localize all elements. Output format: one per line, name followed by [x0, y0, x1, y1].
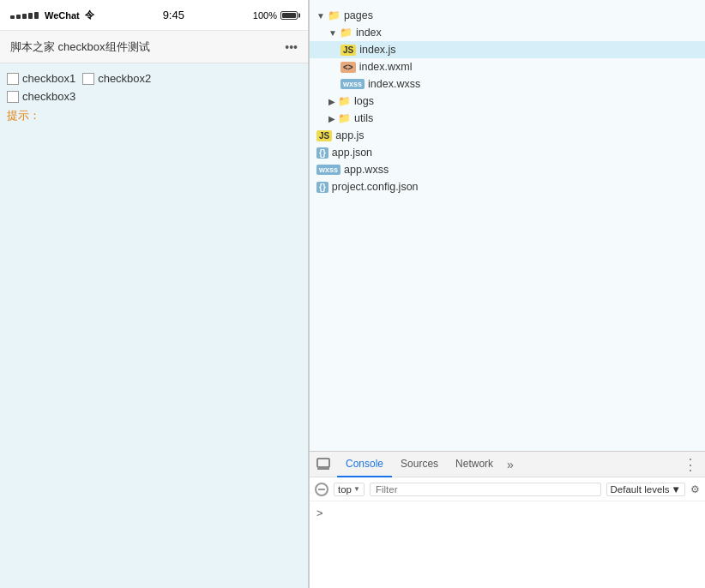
console-prompt: > [316, 507, 323, 519]
filter-input[interactable] [376, 484, 595, 495]
levels-selector[interactable]: Default levels ▼ [606, 483, 685, 496]
chevron-index: ▼ [328, 28, 337, 38]
tree-item-index-wxml[interactable]: <> index.wxml [310, 58, 705, 75]
folder-icon-index: 📁 [340, 27, 352, 39]
signal-dot-2 [16, 15, 21, 19]
no-entry-line [318, 489, 325, 490]
folder-icon-logs: 📁 [338, 95, 351, 107]
chevron-logs: ▶ [328, 97, 335, 106]
tree-item-index-js[interactable]: JS index.js [310, 41, 705, 58]
tree-item-utils[interactable]: ▶ 📁 utils [310, 110, 705, 127]
checkbox-box-1[interactable] [7, 73, 19, 85]
battery-icon [280, 11, 298, 20]
status-left: WeChat 令 [10, 9, 94, 21]
badge-wxss-appwxss: wxss [316, 165, 340, 175]
phone-nav-bar: 脚本之家 checkbox组件测试 ••• [0, 31, 308, 63]
folder-icon-utils: 📁 [338, 112, 351, 124]
badge-js-indexjs: JS [340, 45, 356, 56]
context-selector[interactable]: top ▼ [334, 483, 365, 496]
checkbox-item-3: checkbox3 [7, 90, 75, 103]
signal-dot-1 [10, 15, 15, 19]
signal-dots [10, 12, 39, 19]
tree-label-app-js: app.js [335, 129, 364, 141]
console-toolbar: top ▼ Default levels ▼ ⚙ [310, 477, 705, 501]
wifi-icon: 令 [85, 9, 94, 21]
signal-dot-5 [34, 12, 39, 19]
badge-js-appjs: JS [316, 130, 332, 141]
tree-item-app-wxss[interactable]: wxss app.wxss [310, 161, 705, 178]
checkbox-label-3: checkbox3 [22, 90, 75, 103]
tree-label-utils: utils [354, 112, 373, 124]
hint-text: 提示： [7, 108, 301, 123]
console-options-btn[interactable]: ⋮ [679, 455, 702, 474]
tree-item-logs[interactable]: ▶ 📁 logs [310, 93, 705, 110]
chevron-pages: ▼ [316, 11, 325, 21]
phone-panel: WeChat 令 9:45 100% 脚本之家 checkbox组件测试 ••• [0, 0, 309, 588]
tree-item-app-js[interactable]: JS app.js [310, 127, 705, 144]
tab-console[interactable]: Console [337, 452, 392, 477]
checkbox-box-2[interactable] [82, 73, 94, 85]
tree-label-index: index [356, 27, 382, 39]
checkbox-row-1: checkbox1 checkbox2 [7, 72, 301, 85]
checkbox-row-2: checkbox3 [7, 90, 301, 103]
console-panel: Console Sources Network » ⋮ top [310, 451, 705, 588]
svg-rect-0 [317, 459, 329, 467]
nav-title: 脚本之家 checkbox组件测试 [10, 39, 150, 55]
battery-fill [282, 13, 296, 18]
console-output: > [310, 501, 705, 588]
status-time: 9:45 [163, 9, 184, 21]
checkbox-item-1: checkbox1 [7, 72, 75, 85]
inspect-icon-btn[interactable] [313, 454, 334, 475]
badge-xml-indexwxml: <> [340, 62, 356, 73]
ide-panel: ▼ 📁 pages ▼ 📁 index JS index.js <> index… [309, 0, 705, 588]
tab-sources[interactable]: Sources [392, 452, 447, 477]
context-caret: ▼ [353, 485, 360, 493]
levels-caret: ▼ [672, 484, 681, 495]
carrier-label: WeChat [45, 10, 80, 21]
chevron-utils: ▶ [328, 114, 335, 123]
nav-dots: ••• [285, 40, 298, 54]
checkbox-item-2: checkbox2 [82, 72, 151, 85]
checkbox-box-3[interactable] [7, 91, 19, 103]
tree-label-app-json: app.json [332, 147, 372, 159]
filter-input-wrap [370, 483, 601, 496]
tree-item-index-wxss[interactable]: wxss index.wxss [310, 75, 705, 93]
tree-item-pages[interactable]: ▼ 📁 pages [310, 7, 705, 24]
tree-label-project-json: project.config.json [332, 181, 419, 193]
checkbox-label-1: checkbox1 [22, 72, 75, 85]
tree-item-app-json[interactable]: {} app.json [310, 144, 705, 161]
phone-status-bar: WeChat 令 9:45 100% [0, 0, 308, 31]
tree-label-index-js: index.js [359, 44, 395, 56]
tree-label-pages: pages [344, 9, 373, 21]
folder-icon-pages: 📁 [328, 9, 340, 21]
tree-label-logs: logs [354, 95, 374, 107]
checkbox-label-2: checkbox2 [98, 72, 151, 85]
signal-dot-4 [28, 13, 33, 19]
tree-label-index-wxss: index.wxss [368, 78, 420, 90]
gear-icon[interactable]: ⚙ [690, 483, 700, 495]
main-layout: WeChat 令 9:45 100% 脚本之家 checkbox组件测试 ••• [0, 0, 705, 588]
battery-percent: 100% [253, 10, 277, 21]
badge-json-appjson: {} [316, 147, 328, 159]
tree-label-app-wxss: app.wxss [344, 164, 389, 176]
phone-content: checkbox1 checkbox2 checkbox3 提示： [0, 63, 308, 588]
context-label: top [338, 484, 352, 495]
clear-console-btn[interactable] [315, 483, 328, 496]
tree-item-index[interactable]: ▼ 📁 index [310, 24, 705, 41]
console-tabs: Console Sources Network » ⋮ [310, 452, 705, 477]
tab-network[interactable]: Network [447, 452, 502, 477]
tree-item-project-json[interactable]: {} project.config.json [310, 178, 705, 195]
badge-wxss-indexwxss: wxss [340, 79, 365, 89]
file-tree: ▼ 📁 pages ▼ 📁 index JS index.js <> index… [310, 0, 705, 451]
status-right: 100% [253, 10, 298, 21]
levels-label: Default levels [611, 484, 670, 495]
badge-json-projectjson: {} [316, 182, 328, 193]
cursor-inspect-icon [316, 458, 330, 471]
signal-dot-3 [22, 14, 27, 19]
tree-label-index-wxml: index.wxml [359, 61, 413, 73]
tab-more-btn[interactable]: » [502, 458, 519, 471]
